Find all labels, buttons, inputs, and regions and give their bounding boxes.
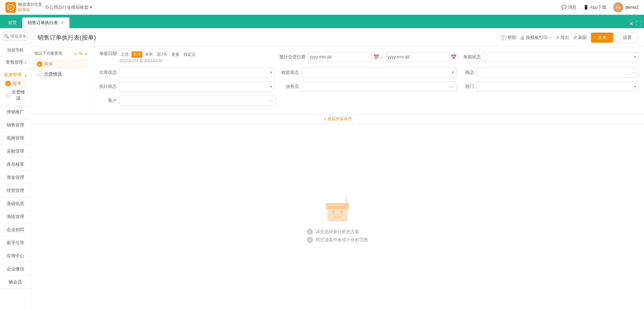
chevron-down-icon: ▴ xyxy=(25,73,26,77)
tab-sales-order[interactable]: 销售订单执行表 ✕ xyxy=(22,17,69,28)
expected-delivery-to-input[interactable] xyxy=(386,52,450,62)
add-scheme-icon[interactable]: + xyxy=(74,51,77,56)
scheme-active-icon: ● xyxy=(37,61,42,67)
date-more-btn[interactable]: 更多 xyxy=(170,51,181,58)
user-name: demo2 xyxy=(625,5,639,10)
logo-icon xyxy=(5,2,16,13)
bullet-outline-icon: ○ xyxy=(5,93,10,98)
payment-status-field: 收款状态 ▾ xyxy=(279,67,457,78)
empty-tip-2: 2 用过滤条件来缩小分析范围 xyxy=(307,237,368,243)
top-header: 畅捷通好生意 标准版 办公用品行业模拟账套 ▾ 💬 消息 📱 App下载 Ea … xyxy=(0,0,644,15)
sidebar-item-system[interactable]: 系统管理 xyxy=(0,210,31,223)
header-left: 畅捷通好生意 标准版 办公用品行业模拟账套 ▾ xyxy=(5,2,92,13)
scheme-inactive-icon: ○ xyxy=(37,71,42,77)
outstock-status-field: 出库状态 ▾ xyxy=(97,67,275,78)
sidebar-item-retail[interactable]: 零售管理 ▾ xyxy=(0,56,31,69)
svg-rect-2 xyxy=(326,203,349,209)
logo-area: 畅捷通好生意 标准版 xyxy=(5,2,42,13)
billing-status-label: 单据状态 xyxy=(461,54,481,60)
sidebar-item-inventory[interactable]: 库存核算 xyxy=(0,158,31,171)
nav-tab-actions: ✕ ⛶ xyxy=(629,20,641,28)
empty-svg xyxy=(321,191,354,225)
sidebar-item-operations[interactable]: 经营管理 xyxy=(0,184,31,197)
goods-label: 商品 xyxy=(461,69,474,75)
page-header: 销售订单执行表(按单) ? 帮助 🖨 按模板打印 ▾ ↗ 导出 ↺ 刷新 xyxy=(31,28,644,47)
sales-order-tab-label: 销售订单执行表 xyxy=(28,20,58,26)
outstock-status-select[interactable] xyxy=(119,67,275,78)
expected-delivery-label: 预计交货日期 xyxy=(279,54,306,60)
salesperson-more-icon[interactable]: ··· xyxy=(450,84,454,89)
empty-illustration xyxy=(321,191,354,225)
sidebar-item-quick-nav[interactable]: 快捷导航 xyxy=(0,45,31,56)
exec-status-select[interactable] xyxy=(119,82,275,92)
filter-row-1: 单据日期 上月 本月 本年 近7天 更多 自定义 20 xyxy=(97,51,639,63)
bullet-icon: ● xyxy=(5,81,11,86)
scheme-item-press-order[interactable]: ● 按单 xyxy=(34,59,88,69)
filter-row-2: 出库状态 ▾ 收款状态 xyxy=(97,67,639,78)
payment-status-select[interactable] xyxy=(302,67,457,78)
collapse-scheme-icon[interactable]: « xyxy=(85,51,88,56)
chevron-right-icon: ▾ xyxy=(25,61,26,64)
tab-home[interactable]: 首页 xyxy=(3,17,22,28)
department-select[interactable] xyxy=(477,82,639,92)
settings-button[interactable]: 设置 xyxy=(617,32,637,43)
minimize-icon[interactable]: ✕ xyxy=(629,20,633,27)
sidebar-sub-item-press-order[interactable]: ● 按单 xyxy=(4,79,26,88)
billing-status-select[interactable] xyxy=(483,52,639,62)
sidebar-item-marketing[interactable]: 营销推广 xyxy=(0,106,31,119)
date-current-year-btn[interactable]: 本年 xyxy=(144,51,154,58)
print-dropdown-icon: ▾ xyxy=(549,35,551,40)
date-custom-btn[interactable]: 自定义 xyxy=(182,51,197,58)
query-button[interactable]: 查询 xyxy=(591,33,613,43)
scheme-actions: + ✎ « xyxy=(74,51,88,56)
edit-scheme-icon[interactable]: ✎ xyxy=(79,51,83,56)
expected-delivery-field: 预计交货日期 📅 — 📅 xyxy=(279,52,457,62)
refresh-button[interactable]: ↺ 刷新 xyxy=(573,35,587,41)
user-profile[interactable]: Ea demo2 xyxy=(613,2,639,12)
message-action[interactable]: 💬 消息 xyxy=(561,4,577,10)
sidebar-item-newbie[interactable]: 新手引导 xyxy=(0,237,31,250)
sidebar-item-wechat[interactable]: 企业微信 xyxy=(0,263,31,276)
app-download-action[interactable]: 📱 App下载 xyxy=(583,4,606,10)
billing-status-field: 单据状态 ▾ xyxy=(461,52,639,62)
sidebar-item-ecommerce[interactable]: 电商管理 xyxy=(0,132,31,145)
search-menu-button[interactable]: 🔍 搜索菜单 xyxy=(3,32,28,41)
content-area: 销售订单执行表(按单) ? 帮助 🖨 按模板打印 ▾ ↗ 导出 ↺ 刷新 xyxy=(31,28,644,310)
page-actions: ? 帮助 🖨 按模板打印 ▾ ↗ 导出 ↺ 刷新 查询 设置 xyxy=(501,32,637,43)
calendar-to-icon[interactable]: 📅 xyxy=(451,54,457,60)
sidebar-item-apps[interactable]: 应用中心 xyxy=(0,250,31,263)
customer-more-icon[interactable]: ··· xyxy=(269,98,273,103)
scheme-item-debt[interactable]: ○ 欠货情况 xyxy=(34,69,88,79)
customer-field: 客户 ··· xyxy=(97,96,276,106)
maximize-icon[interactable]: ⛶ xyxy=(636,21,641,27)
export-icon: ↗ xyxy=(555,35,559,40)
goods-field: 商品 ··· xyxy=(461,67,639,78)
expected-delivery-from-input[interactable] xyxy=(308,52,372,62)
scheme-header: 按以下方案查询 + ✎ « xyxy=(34,51,88,56)
sidebar-item-enterprise[interactable]: 企业协同 xyxy=(0,223,31,237)
close-tab-icon[interactable]: ✕ xyxy=(61,20,64,25)
logo-text: 畅捷通好生意 标准版 xyxy=(18,2,42,12)
filter-row-4: 客户 ··· xyxy=(97,96,639,106)
goods-more-icon[interactable]: ··· xyxy=(632,70,636,75)
sidebar-sub-item-debt[interactable]: ○ 欠货情况 xyxy=(4,88,26,103)
filter-panel: 按以下方案查询 + ✎ « ● 按单 ○ 欠货情况 xyxy=(31,47,644,124)
sidebar-item-finance[interactable]: 资金管理 xyxy=(0,171,31,184)
billing-date-field: 单据日期 上月 本月 本年 近7天 更多 自定义 20 xyxy=(97,51,275,63)
calendar-from-icon[interactable]: 📅 xyxy=(373,54,379,60)
breadcrumb-arrow-icon[interactable]: ▾ xyxy=(90,5,92,10)
export-button[interactable]: ↗ 导出 xyxy=(555,35,569,41)
date-last-month-btn[interactable]: 上月 xyxy=(119,51,130,58)
help-button[interactable]: ? 帮助 xyxy=(501,35,516,41)
sidebar-item-purchase[interactable]: 采购管理 xyxy=(0,145,31,158)
date-last-7-days-btn[interactable]: 近7天 xyxy=(156,51,169,58)
print-button[interactable]: 🖨 按模板打印 ▾ xyxy=(520,35,551,41)
date-current-month-btn[interactable]: 本月 xyxy=(131,51,142,58)
collapse-conditions-bar[interactable]: ∧ 收起更多条件 xyxy=(31,114,644,124)
sidebar-item-member[interactable]: 畅会员 xyxy=(0,276,31,289)
sidebar-item-basic[interactable]: 基础信息 xyxy=(0,197,31,210)
payment-status-label: 收款状态 xyxy=(279,69,299,75)
svg-point-4 xyxy=(340,211,342,213)
sidebar-item-wholesale[interactable]: 批发管理 ▴ ● 按单 ○ 欠货情况 xyxy=(0,69,31,106)
sidebar-item-sales[interactable]: 销售管理 xyxy=(0,119,31,132)
